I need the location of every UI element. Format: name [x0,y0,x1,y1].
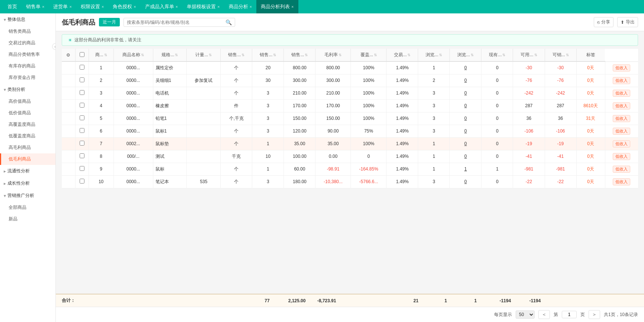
sidebar-item-sales-goods[interactable]: 销售类商品 [0,26,55,37]
sidebar-group-overall[interactable]: ▾ 整体信息 [0,13,55,26]
share-icon: ⎋ [597,20,600,25]
cell-coverage: 1.49% [387,150,418,163]
next-page-button[interactable]: ＞ [589,310,600,319]
sidebar-item-low-margin[interactable]: 低毛利商品 [0,153,55,165]
sidebar-item-new-goods[interactable]: 新品 [0,213,55,225]
sort-icon[interactable]: ⇅ [339,53,342,57]
cell-checkbox[interactable] [75,150,89,163]
cell-checkbox[interactable] [75,61,89,74]
sort-icon[interactable]: ⇅ [502,53,505,57]
sidebar-item-high-margin[interactable]: 高毛利商品 [0,142,55,153]
nav-item-template[interactable]: 单据模板设置 × [182,0,224,13]
sort-icon[interactable]: ⇅ [175,53,178,57]
cell-view1[interactable]: 0 [450,61,481,74]
cell-view1[interactable]: 0 [450,87,481,99]
cell-spec [187,99,221,112]
date-filter-button[interactable]: 近一月 [99,18,120,26]
select-all-checkbox[interactable] [80,52,84,57]
nav-item-role[interactable]: 角色授权 × [108,0,140,13]
close-icon[interactable]: × [291,4,294,9]
close-icon[interactable]: × [134,4,136,9]
sort-icon[interactable]: ⇅ [471,53,474,57]
nav-item-sales[interactable]: 销售单 × [22,0,49,13]
nav-item-home[interactable]: 首页 [3,0,22,13]
row-checkbox[interactable] [80,77,84,82]
sidebar-item-all-goods[interactable]: 全部商品 [0,202,55,213]
close-icon[interactable]: × [250,4,252,9]
sort-icon[interactable]: ⇅ [104,53,107,57]
row-checkbox[interactable] [80,166,84,171]
sidebar-item-high-value[interactable]: 高价值商品 [0,96,55,107]
th-settings[interactable]: ⚙ [62,49,75,61]
sort-icon[interactable]: ⇅ [566,53,569,57]
cell-checkbox[interactable] [75,163,89,175]
cell-saleable: 0天 [576,61,605,74]
cell-no: 6 [89,125,113,137]
cell-checkbox[interactable] [75,137,89,150]
row-checkbox[interactable] [80,128,84,133]
nav-item-analysis-list[interactable]: 商品分析列表 × [256,0,298,13]
row-checkbox[interactable] [80,179,84,184]
close-icon[interactable]: × [42,4,44,9]
sort-icon[interactable]: ⇅ [374,53,377,57]
sidebar-group-liquidity[interactable]: ▸ 流通性分析 [0,165,55,177]
nav-item-purchase[interactable]: 进货单 × [49,0,76,13]
row-checkbox[interactable] [80,141,84,146]
cell-checkbox[interactable] [75,74,89,87]
nav-item-product-in[interactable]: 产成品入库单 × [141,0,182,13]
cell-checkbox[interactable] [75,112,89,125]
row-checkbox[interactable] [80,65,84,70]
sidebar-group-growth[interactable]: ▸ 成长性分析 [0,177,55,189]
search-input[interactable] [127,20,225,25]
page-number-input[interactable] [562,311,577,318]
row-checkbox[interactable] [80,153,84,158]
sidebar-item-high-coverage[interactable]: 高覆盖度商品 [0,119,55,130]
nav-item-analysis[interactable]: 商品分析 × [224,0,256,13]
cell-view1[interactable]: 0 [450,125,481,137]
close-icon[interactable]: × [69,4,71,9]
search-icon[interactable]: 🔍 [225,19,232,25]
sort-icon[interactable]: ⇅ [439,53,442,57]
sidebar-group-category[interactable]: ▾ 类别分析 [0,83,55,96]
th-checkbox[interactable] [75,49,89,61]
sidebar-item-category-rate[interactable]: 商品分类销售率 [0,49,55,60]
sort-icon[interactable]: ⇅ [407,53,410,57]
cell-view1[interactable]: 0 [450,137,481,150]
cell-view1[interactable]: 0 [450,175,481,188]
cell-checkbox[interactable] [75,125,89,137]
cell-view1[interactable]: 0 [450,112,481,125]
sidebar-item-low-coverage[interactable]: 低覆盖度商品 [0,130,55,142]
sidebar-item-stock-capital[interactable]: 库存资金占用 [0,72,55,83]
export-button[interactable]: ⬆ 导出 [617,17,638,27]
sidebar-item-traded-goods[interactable]: 交易过的商品 [0,37,55,49]
prev-page-button[interactable]: ＜ [538,310,550,319]
sort-icon[interactable]: ⇅ [305,53,308,57]
per-page-select[interactable]: 50 100 200 [516,310,535,319]
row-checkbox[interactable] [80,103,84,108]
sort-icon[interactable]: ⇅ [209,53,212,57]
cell-view1[interactable]: 1 [450,163,481,175]
sidebar-group-marketing[interactable]: ▾ 营销推广分析 [0,189,55,202]
close-icon[interactable]: × [102,4,104,9]
row-checkbox[interactable] [80,90,84,95]
cell-name: 属性定价 [153,61,187,74]
cell-checkbox[interactable] [75,175,89,188]
sort-icon[interactable]: ⇅ [141,53,144,57]
cell-current-stock: -242 [513,87,545,99]
sidebar-item-stocked-goods[interactable]: 有库存的商品 [0,60,55,72]
cell-unit: 件 [221,99,252,112]
close-icon[interactable]: × [217,4,220,9]
nav-item-permission[interactable]: 权限设置 × [76,0,108,13]
cell-view1[interactable]: 0 [450,150,481,163]
cell-view1[interactable]: 0 [450,99,481,112]
sort-icon[interactable]: ⇅ [534,53,537,57]
sort-icon[interactable]: ⇅ [273,53,276,57]
share-button[interactable]: ⎋ 分享 [594,17,613,27]
sort-icon[interactable]: ⇅ [241,53,244,57]
close-icon[interactable]: × [176,4,178,9]
sidebar-item-low-value[interactable]: 低价值商品 [0,107,55,119]
row-checkbox[interactable] [80,115,84,120]
cell-view1[interactable]: 0 [450,74,481,87]
cell-checkbox[interactable] [75,87,89,99]
cell-checkbox[interactable] [75,99,89,112]
